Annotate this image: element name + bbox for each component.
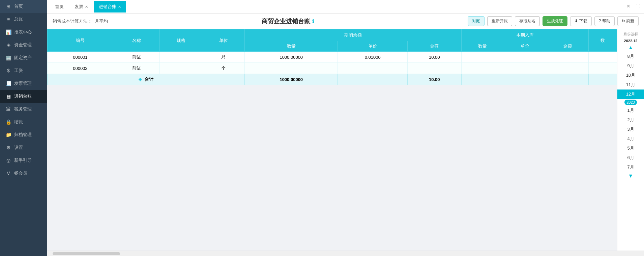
- closing-icon: 🔒: [5, 119, 11, 125]
- cell-name: 前缸: [113, 63, 160, 74]
- generate-button[interactable]: 生成凭证: [543, 16, 567, 26]
- save-alias-button[interactable]: 存报别名: [515, 16, 540, 26]
- sidebar-item-asset[interactable]: 🏢 固定资产: [0, 51, 47, 64]
- help-button[interactable]: ? 帮助: [594, 16, 615, 26]
- month-12[interactable]: 12月: [617, 89, 644, 99]
- sidebar-item-home[interactable]: ⊞ 首页: [0, 0, 47, 13]
- cell-code: 000002: [48, 63, 113, 74]
- month-7[interactable]: 7月: [617, 162, 644, 172]
- tab-invoice-close[interactable]: ✕: [85, 5, 88, 9]
- cell-opening-amount: [407, 63, 461, 74]
- month-prev-arrow[interactable]: ▲: [617, 44, 644, 52]
- cell-in-qty: [461, 63, 504, 74]
- sidebar-item-label: 工资: [14, 68, 23, 74]
- refresh-button[interactable]: ↻ 刷新: [617, 16, 639, 26]
- maximize-window-button[interactable]: ⛶: [635, 3, 641, 9]
- cell-in-amount: [546, 63, 589, 74]
- download-button[interactable]: ⬇ 下载: [570, 16, 591, 26]
- sidebar-item-label: 资金管理: [14, 42, 32, 48]
- col-header-unit: 单位: [202, 29, 245, 52]
- col-sub-opening-price: 单价: [338, 41, 407, 52]
- close-window-button[interactable]: ✕: [625, 3, 632, 9]
- total-in-price: [504, 74, 546, 85]
- cell-extra: [589, 63, 617, 74]
- month-10[interactable]: 10月: [617, 71, 644, 80]
- window-controls: ✕ ⛶: [625, 3, 641, 9]
- total-icon: ◈: [139, 77, 142, 82]
- total-opening-qty: 1000.00000: [245, 74, 338, 85]
- tab-purchase-sales[interactable]: 进销台账 ✕: [94, 1, 126, 12]
- finance-icon: ◈: [5, 42, 11, 48]
- month-6[interactable]: 6月: [617, 153, 644, 162]
- sidebar-item-guide[interactable]: ◎ 新手引导: [0, 154, 47, 167]
- cell-opening-price: [338, 63, 407, 74]
- sidebar-item-label: 畅会员: [14, 170, 27, 176]
- download-icon: ⬇: [575, 19, 578, 23]
- tab-invoice[interactable]: 发票 ✕: [69, 1, 93, 12]
- sidebar-item-label: 结账: [14, 119, 23, 125]
- month-9[interactable]: 9月: [617, 61, 644, 71]
- sidebar-item-label: 首页: [14, 3, 23, 9]
- table-container[interactable]: 编号 名称 规格 单位 期初余额 本期入库 数 数量 单价 金额 数量 单价: [47, 29, 617, 251]
- sidebar-item-member[interactable]: V 畅会员: [0, 167, 47, 180]
- sidebar-item-label: 新手引导: [14, 157, 32, 163]
- col-header-name: 名称: [113, 29, 160, 52]
- sidebar-item-tax[interactable]: 🏛 税务管理: [0, 103, 47, 116]
- sidebar-item-invoice-mgmt[interactable]: 🧾 发票管理: [0, 77, 47, 90]
- col-sub-in-price: 单价: [504, 41, 546, 52]
- total-opening-amount: 10.00: [407, 74, 461, 85]
- sidebar-item-settings[interactable]: ⚙ 设置: [0, 141, 47, 154]
- month-1[interactable]: 1月: [617, 106, 644, 115]
- sidebar-item-archive[interactable]: 📁 归档管理: [0, 128, 47, 141]
- report-icon: 📊: [5, 29, 11, 35]
- month-next-arrow[interactable]: ▼: [617, 172, 644, 180]
- month-2[interactable]: 2月: [617, 115, 644, 125]
- sidebar-item-purchase-sales[interactable]: ▦ 进销台账: [0, 90, 47, 103]
- tab-invoice-label: 发票: [75, 4, 83, 10]
- content-area: 编号 名称 规格 单位 期初余额 本期入库 数 数量 单价 金额 数量 单价: [47, 29, 644, 251]
- cell-in-qty: [461, 52, 504, 63]
- month-5[interactable]: 5月: [617, 144, 644, 153]
- month-8[interactable]: 8月: [617, 52, 644, 61]
- sidebar-item-label: 进销台账: [14, 93, 32, 99]
- cell-opening-price: 0.01000: [338, 52, 407, 63]
- table-row: 000001 前缸 只 1000.00000 0.01000 10.00: [48, 52, 617, 63]
- tab-home-label: 首页: [55, 4, 64, 10]
- scrollbar-area[interactable]: [47, 251, 644, 256]
- total-extra: [589, 74, 617, 85]
- sidebar-item-ledger[interactable]: ≡ 总账: [0, 13, 47, 26]
- sidebar: ⊞ 首页 ≡ 总账 📊 报表中心 ◈ 资金管理 🏢 固定资产 $ 工资 🧾 发票…: [0, 0, 47, 256]
- cell-in-amount: [546, 52, 589, 63]
- col-header-code: 编号: [48, 29, 113, 52]
- cell-opening-amount: 10.00: [407, 52, 461, 63]
- main-area: ✕ ⛶ 首页 发票 ✕ 进销台账 ✕ 销售成本计算方法： 月平均 商贸企业进销台…: [47, 0, 644, 256]
- sidebar-item-label: 税务管理: [14, 106, 32, 112]
- reopen-button[interactable]: 重新开账: [487, 16, 512, 26]
- sidebar-item-label: 总账: [14, 16, 23, 22]
- compare-button[interactable]: 对账: [468, 16, 485, 26]
- horizontal-scrollbar[interactable]: [53, 252, 120, 255]
- page-title-area: 商贸企业进销台账 ℹ: [262, 17, 314, 25]
- info-icon[interactable]: ℹ: [312, 19, 314, 24]
- tab-bar: 首页 发票 ✕ 进销台账 ✕: [47, 0, 644, 14]
- tab-purchase-sales-close[interactable]: ✕: [118, 5, 121, 9]
- month-11[interactable]: 11月: [617, 80, 644, 89]
- asset-icon: 🏢: [5, 55, 11, 60]
- cell-in-price: [504, 52, 546, 63]
- tab-home[interactable]: 首页: [50, 1, 69, 12]
- tax-icon: 🏛: [5, 106, 11, 112]
- member-icon: V: [5, 171, 11, 176]
- col-sub-opening-qty: 数量: [245, 41, 338, 52]
- sidebar-item-report[interactable]: 📊 报表中心: [0, 26, 47, 39]
- sidebar-item-closing[interactable]: 🔒 结账: [0, 116, 47, 128]
- cell-spec: [160, 52, 202, 63]
- main-toolbar: 销售成本计算方法： 月平均 商贸企业进销台账 ℹ 对账 重新开账 存报别名 生成…: [47, 14, 644, 29]
- sidebar-item-label: 报表中心: [14, 29, 32, 35]
- sidebar-item-salary[interactable]: $ 工资: [0, 64, 47, 77]
- cell-unit: 个: [202, 63, 245, 74]
- month-3[interactable]: 3月: [617, 125, 644, 134]
- cell-in-price: [504, 63, 546, 74]
- month-4[interactable]: 4月: [617, 134, 644, 144]
- total-opening-price: [338, 74, 407, 85]
- sidebar-item-finance[interactable]: ◈ 资金管理: [0, 39, 47, 51]
